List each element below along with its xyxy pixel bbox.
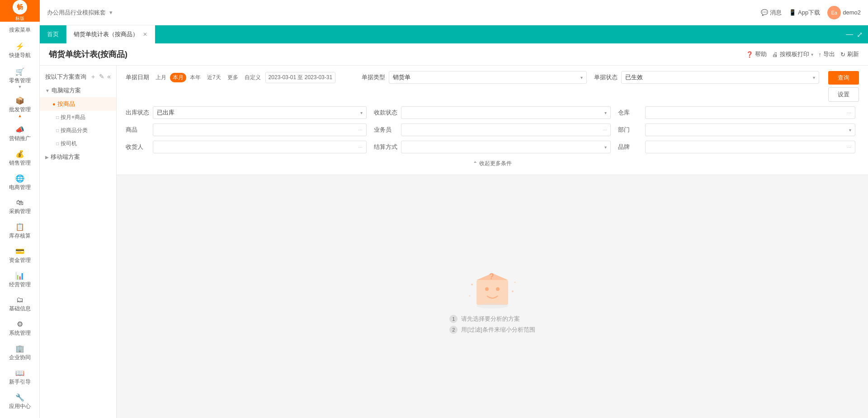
empty-hints: 1 请先选择要分析的方案 2 用[过滤]条件来缩小分析范围 — [449, 315, 535, 334]
product-field: 商品 ··· — [126, 124, 370, 136]
product-more: ··· — [358, 127, 362, 133]
avatar: Ea — [827, 6, 841, 19]
svg-point-5 — [476, 303, 508, 309]
scheme-item-icon: □ — [56, 141, 59, 146]
sidebar-item-inventory[interactable]: 📋 库存核算 — [0, 219, 40, 243]
user-avatar-btn[interactable]: Ea demo2 — [827, 6, 861, 19]
add-scheme-btn[interactable]: ＋ — [90, 73, 96, 81]
help-btn[interactable]: ❓ 帮助 — [746, 50, 767, 58]
sidebar-item-ecommerce[interactable]: 🌐 电商管理 — [0, 171, 40, 195]
receiver-more: ··· — [358, 144, 362, 150]
edit-scheme-btn[interactable]: ✎ — [99, 73, 104, 81]
collapse-more-btn[interactable]: ⌃ 收起更多条件 — [126, 158, 859, 169]
sidebar-item-wholesale[interactable]: 📦 批发管理 ▲ — [0, 93, 40, 122]
settle-control[interactable]: ▾ — [401, 141, 611, 153]
payment-status-control[interactable]: ▾ — [401, 106, 611, 119]
sidebar-item-basic[interactable]: 🗂 基础信息 — [0, 292, 40, 316]
date-label: 单据日期 — [126, 73, 153, 81]
app-download-btn[interactable]: 📱 App下载 — [789, 9, 820, 17]
tab-home[interactable]: 首页 — [40, 25, 66, 43]
svg-text:?: ? — [489, 272, 494, 281]
export-btn[interactable]: ↑ 导出 — [819, 50, 835, 58]
scheme-item-by-cashier[interactable]: □ 按司机 — [40, 137, 116, 150]
date-tab-7days[interactable]: 近7天 — [204, 73, 224, 82]
brand-control[interactable]: ··· — [645, 141, 855, 153]
product-control[interactable]: ··· — [153, 124, 367, 136]
warehouse-control[interactable]: ··· — [645, 106, 855, 119]
tab-bar: 首页 销货单统计表（按商品） ✕ — ⤢ — [40, 25, 868, 43]
out-status-arrow: ▾ — [360, 110, 363, 115]
empty-hint-1: 1 请先选择要分析的方案 — [449, 315, 535, 323]
date-tab-more[interactable]: 更多 — [225, 73, 241, 82]
sidebar-item-system[interactable]: ⚙ 系统管理 — [0, 316, 40, 341]
sidebar-item-enterprise[interactable]: 🏢 企业协同 — [0, 341, 40, 365]
sidebar-item-guide[interactable]: 📖 新手引导 — [0, 365, 40, 390]
app-logo[interactable]: 畅 标版 — [0, 0, 40, 22]
svg-rect-0 — [476, 280, 508, 305]
warehouse-field: 仓库 ··· — [614, 106, 859, 119]
staff-field: 业务员 ··· — [370, 124, 615, 136]
tab-close-btn[interactable]: ✕ — [143, 31, 147, 38]
tab-sales-stat[interactable]: 销货单统计表（按商品） ✕ — [66, 25, 155, 43]
sidebar-item-wechat[interactable]: 💬 企业微信 — [0, 414, 40, 418]
scheme-item-by-category[interactable]: □ 按商品分类 — [40, 124, 116, 137]
filter-area: 单据日期 上月 本月 本年 近7天 更多 自定义 — [117, 66, 868, 175]
doc-status-label: 单据状态 — [594, 73, 621, 81]
receiver-field: 收货人 ··· — [126, 141, 370, 153]
page-content: 销货单统计表(按商品) ❓ 帮助 🖨 按模板打印 ▾ ↑ 导出 ↻ 刷新 — [40, 43, 868, 418]
date-range-display[interactable]: 2023-03-01 至 2023-03-31 — [265, 72, 335, 83]
sidebar-item-apps[interactable]: 🔧 应用中心 — [0, 390, 40, 414]
sidebar-item-purchase[interactable]: 🛍 采购管理 — [0, 195, 40, 219]
scheme-group-mobile-header[interactable]: ▶ 移动端方案 — [40, 150, 116, 164]
sidebar-item-retail[interactable]: 🛒 零售管理 ▼ — [0, 64, 40, 93]
tab-minimize-btn[interactable]: — — [846, 30, 853, 38]
svg-point-6 — [471, 284, 473, 285]
doc-type-arrow: ▾ — [580, 75, 583, 80]
sidebar-item-quick-nav[interactable]: ⚡ 快捷导航 — [0, 38, 40, 63]
doc-type-control[interactable]: 销货单 ▾ — [389, 71, 587, 84]
search-menu-btn[interactable]: 搜索菜单 — [0, 22, 39, 38]
setting-btn[interactable]: 设置 — [828, 87, 859, 102]
dept-label: 部门 — [618, 126, 645, 134]
page-header: 销货单统计表(按商品) ❓ 帮助 🖨 按模板打印 ▾ ↑ 导出 ↻ 刷新 — [40, 43, 868, 66]
right-panel: 单据日期 上月 本月 本年 近7天 更多 自定义 — [117, 66, 868, 418]
sidebar-item-marketing[interactable]: 📣 营销推广 — [0, 122, 40, 146]
dept-arrow: ▾ — [849, 128, 851, 133]
tab-maximize-btn[interactable]: ⤢ — [857, 30, 863, 39]
query-btn[interactable]: 查询 — [828, 71, 859, 85]
scheme-item-by-month-product[interactable]: □ 按月+商品 — [40, 111, 116, 124]
svg-point-9 — [514, 281, 516, 283]
receiver-control[interactable]: ··· — [153, 141, 367, 153]
settle-label: 结算方式 — [374, 143, 401, 151]
scheme-item-by-product[interactable]: ● 按商品 — [40, 97, 116, 111]
sidebar: 畅 标版 搜索菜单 ⚡ 快捷导航 🛒 零售管理 ▼ 📦 批发管理 ▲ 📣 营销推… — [0, 0, 40, 418]
staff-control[interactable]: ··· — [401, 124, 611, 136]
messages-btn[interactable]: 💬 消息 — [761, 9, 782, 17]
date-tab-last-month[interactable]: 上月 — [153, 73, 169, 82]
refresh-btn[interactable]: ↻ 刷新 — [840, 50, 859, 58]
brand-field: 品牌 ··· — [614, 141, 859, 153]
empty-hint-2: 2 用[过滤]条件来缩小分析范围 — [449, 326, 535, 334]
staff-label: 业务员 — [374, 126, 401, 134]
warehouse-label: 仓库 — [618, 109, 645, 117]
date-tab-this-year[interactable]: 本年 — [187, 73, 203, 82]
dept-control[interactable]: ▾ — [645, 124, 855, 136]
sidebar-item-sales[interactable]: 💰 销售管理 — [0, 146, 40, 171]
scheme-group-desktop-header[interactable]: ▼ 电脑端方案 — [40, 84, 116, 97]
out-status-label: 出库状态 — [126, 109, 153, 117]
main-area: 办公用品行业模拟账套 ▾ 💬 消息 📱 App下载 Ea demo2 首页 — [40, 0, 868, 418]
sidebar-item-operations[interactable]: 📊 经营管理 — [0, 268, 40, 292]
industry-dropdown-icon[interactable]: ▾ — [109, 9, 113, 16]
out-status-control[interactable]: 已出库 ▾ — [153, 106, 367, 119]
date-tab-custom[interactable]: 自定义 — [242, 73, 264, 82]
doc-status-control[interactable]: 已生效 ▾ — [621, 71, 819, 84]
left-panel-title: 按以下方案查询 — [45, 73, 86, 81]
collapse-panel-btn[interactable]: « — [107, 73, 111, 81]
sidebar-item-finance[interactable]: 💳 资金管理 — [0, 243, 40, 268]
doc-type-field: 单据类型 销货单 ▾ — [358, 71, 590, 84]
warehouse-more: ··· — [847, 110, 851, 115]
settle-field: 结算方式 ▾ — [370, 141, 615, 153]
logo-subtext: 标版 — [15, 15, 24, 22]
date-tab-this-month[interactable]: 本月 — [170, 73, 186, 82]
print-btn[interactable]: 🖨 按模板打印 ▾ — [772, 50, 813, 58]
